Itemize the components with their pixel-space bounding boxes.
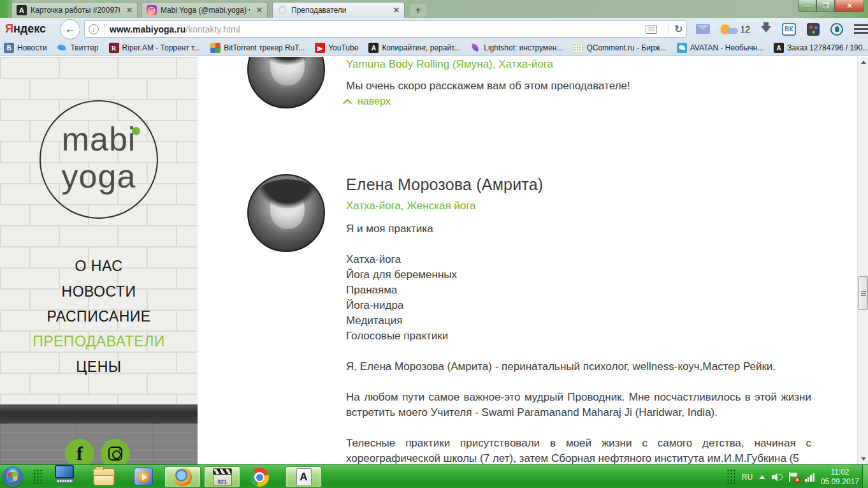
bookmarks-bar: ВНовости Твиттер RRiper.AM - Торрент т..… bbox=[0, 40, 868, 56]
bookmark-lightshot[interactable]: Lightshot: инструмен... bbox=[470, 43, 563, 53]
address-bar[interactable]: i www.mabiyoga.ru/kontakty.html ↻ bbox=[84, 20, 687, 38]
bookmark-twitter[interactable]: Твиттер bbox=[57, 43, 98, 53]
hamburger-menu-icon[interactable] bbox=[854, 24, 868, 26]
scroll-up-button[interactable] bbox=[858, 57, 868, 68]
screenshot-extension-icon[interactable] bbox=[807, 23, 820, 36]
back-to-top-label: наверх bbox=[358, 96, 391, 107]
explorer-icon[interactable] bbox=[93, 468, 115, 486]
scrollbar-thumb[interactable] bbox=[858, 276, 868, 310]
bookmark-rutracker[interactable]: BitTorrent трекер RuT... bbox=[210, 43, 305, 53]
bookmark-youtube[interactable]: ▶YouTube bbox=[315, 43, 358, 53]
show-desktop-button[interactable] bbox=[862, 465, 868, 488]
mpc-task-button[interactable]: 321 bbox=[204, 466, 240, 487]
action-center-flag-icon[interactable]: ✕ bbox=[788, 472, 799, 482]
back-to-top-link[interactable]: наверх bbox=[346, 96, 391, 107]
reload-icon[interactable]: ↻ bbox=[674, 23, 683, 35]
page-viewport: mabi yoga О НАС НОВОСТИ РАСПИСАНИЕ ПРЕПО… bbox=[0, 57, 868, 464]
bookmark-avatan[interactable]: AVATAN - Необычн... bbox=[677, 43, 764, 53]
remote-desktop-icon[interactable] bbox=[55, 465, 75, 484]
back-button[interactable]: ← bbox=[60, 19, 80, 40]
floor-decor bbox=[0, 424, 198, 464]
instagram-icon[interactable] bbox=[101, 439, 130, 464]
tab-advego-order[interactable]: A Карточка работы #20097636 ✕ bbox=[11, 2, 138, 18]
teacher-styles-link[interactable]: Yamuna Body Rolling (Ямуна), Хатха-йога bbox=[346, 58, 553, 71]
tab-title: Карточка работы #20097636 bbox=[31, 6, 120, 15]
tab-teachers-active[interactable]: Преподаватели ✕ bbox=[272, 2, 405, 18]
close-icon[interactable]: ✕ bbox=[124, 6, 133, 15]
taskbar-clock[interactable]: 11:02 05.09.2017 bbox=[821, 468, 859, 487]
logo-green-dot bbox=[132, 127, 140, 135]
practice-item: Йога для беременных bbox=[346, 267, 457, 283]
riper-favicon-icon: R bbox=[109, 43, 119, 53]
mabi-yoga-logo[interactable]: mabi yoga bbox=[40, 100, 158, 219]
vertical-scrollbar[interactable] bbox=[857, 57, 868, 464]
advego-task-button[interactable]: A bbox=[286, 466, 322, 487]
bookmark-qcomment[interactable]: QComment.ru - Бирж... bbox=[573, 43, 666, 53]
bookmark-copywriting[interactable]: AКопирайтинг, рерайт... bbox=[368, 43, 460, 53]
vk-extension-icon[interactable]: ВК bbox=[782, 23, 796, 36]
bookmark-label: Riper.AM - Торрент т... bbox=[122, 43, 201, 52]
practice-item: Йога-нидра bbox=[346, 298, 403, 313]
toolbar-extensions: 12 ВК bbox=[696, 23, 868, 36]
facebook-icon[interactable]: f bbox=[65, 439, 94, 464]
rutracker-favicon-icon bbox=[210, 43, 221, 53]
volume-icon[interactable] bbox=[772, 473, 782, 482]
weather-widget[interactable]: 12 bbox=[721, 24, 750, 34]
logo-line2: yoga bbox=[41, 158, 157, 195]
practice-item: Голосовые практики bbox=[346, 329, 448, 344]
bookmark-order[interactable]: AЗаказ 12784796 / 190.... bbox=[774, 43, 868, 53]
bookmark-label: BitTorrent трекер RuT... bbox=[224, 43, 305, 52]
download-icon[interactable] bbox=[761, 26, 771, 33]
media-player-icon[interactable] bbox=[134, 468, 153, 485]
firefox-task-button[interactable] bbox=[164, 466, 201, 487]
mpc-number: 321 bbox=[213, 478, 231, 485]
scroll-down-button[interactable] bbox=[858, 454, 868, 464]
start-button[interactable] bbox=[3, 466, 23, 487]
sidebar-item-schedule[interactable]: РАСПИСАНИЕ bbox=[0, 308, 198, 325]
firefox-icon bbox=[174, 468, 192, 486]
yandex-logo[interactable]: Яндекс bbox=[5, 22, 60, 36]
navigation-toolbar: Яндекс ← i www.mabiyoga.ru/kontakty.html… bbox=[0, 18, 868, 40]
close-icon[interactable]: ✕ bbox=[254, 6, 263, 15]
sidebar-item-about[interactable]: О НАС bbox=[0, 258, 198, 275]
arrow-up-icon bbox=[861, 61, 866, 64]
minimize-button[interactable]: — bbox=[798, 0, 816, 12]
new-tab-button[interactable]: + bbox=[410, 4, 426, 17]
bookmark-riper[interactable]: RRiper.AM - Торрент т... bbox=[109, 43, 201, 53]
close-window-button[interactable]: ✕ bbox=[835, 0, 864, 12]
chrome-icon[interactable] bbox=[250, 468, 269, 487]
bookmark-label: Копирайтинг, рерайт... bbox=[382, 43, 460, 52]
close-icon[interactable]: ✕ bbox=[391, 6, 400, 15]
yandex-logo-rest: ндекс bbox=[13, 22, 46, 35]
cloud-icon bbox=[727, 28, 738, 34]
bookmark-label: AVATAN - Необычн... bbox=[690, 43, 764, 52]
restore-button[interactable]: ❐ bbox=[816, 0, 835, 12]
flag-pole bbox=[789, 472, 790, 482]
tab-instagram[interactable]: Mabi Yoga (@mabi.yoga) • Ф ✕ bbox=[141, 2, 268, 18]
monitor-icon bbox=[55, 465, 74, 478]
teachers-content: Yamuna Body Rolling (Ямуна), Хатха-йога … bbox=[198, 57, 857, 464]
bookmark-novosti[interactable]: ВНовости bbox=[4, 43, 47, 53]
hidden-icons-chevron[interactable] bbox=[759, 475, 765, 479]
language-indicator[interactable]: RU bbox=[742, 473, 753, 482]
chevron-up-icon bbox=[343, 99, 352, 108]
teacher-styles-link[interactable]: Хатха-йога, Женская йога bbox=[346, 200, 476, 212]
sidebar-item-prices[interactable]: ЦЕНЫ bbox=[0, 359, 198, 376]
instagram-icon bbox=[147, 5, 157, 15]
sidebar-item-news[interactable]: НОВОСТИ bbox=[0, 283, 198, 300]
bookmark-label: Новости bbox=[17, 43, 47, 52]
weather-temp: 12 bbox=[740, 24, 750, 34]
mail-icon[interactable] bbox=[696, 24, 710, 34]
teacher-paragraph: На любом пути самое важное-это мудрый Пр… bbox=[346, 390, 811, 420]
bookmark-label: Lightshot: инструмен... bbox=[484, 43, 563, 52]
sidebar-item-teachers[interactable]: ПРЕПОДАВАТЕЛИ bbox=[0, 333, 198, 350]
baseboard-decor bbox=[0, 404, 198, 424]
practice-item: Медитация bbox=[346, 313, 402, 329]
reader-mode-icon[interactable] bbox=[646, 25, 657, 34]
site-info-icon[interactable]: i bbox=[89, 24, 99, 34]
url-text[interactable]: www.mabiyoga.ru/kontakty.html bbox=[110, 24, 646, 34]
qcomment-favicon-icon bbox=[573, 43, 583, 53]
drop-extension-icon[interactable] bbox=[830, 23, 843, 36]
network-signal-icon[interactable] bbox=[805, 473, 814, 482]
divider bbox=[669, 24, 669, 35]
